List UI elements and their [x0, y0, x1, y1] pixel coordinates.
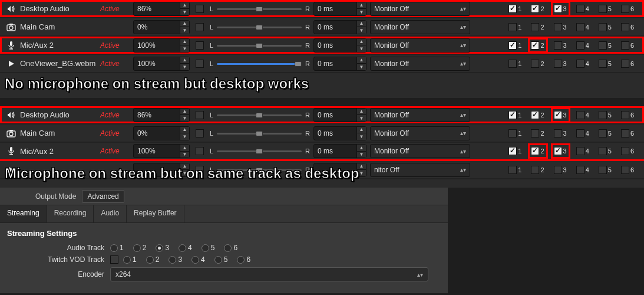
track-checkbox-2[interactable]	[531, 129, 539, 137]
track-checkbox-3[interactable]	[554, 147, 562, 155]
balance-slider[interactable]: L R	[210, 5, 310, 13]
vod-track-option-1[interactable]: 1	[123, 255, 137, 264]
track-checkbox-2[interactable]	[531, 23, 539, 31]
track-checkbox-2[interactable]	[531, 147, 539, 155]
audio-track-option-5[interactable]: 5	[202, 244, 215, 252]
tab-recording[interactable]: Recording	[47, 205, 94, 222]
track-6[interactable]: 6	[621, 23, 634, 31]
volume-input[interactable]: 86% ▲▼	[133, 108, 190, 122]
track-2[interactable]: 2	[531, 5, 544, 13]
spinner[interactable]: ▲▼	[356, 127, 366, 140]
spinner[interactable]: ▲▼	[356, 57, 366, 70]
track-checkbox-6[interactable]	[621, 60, 629, 68]
track-1[interactable]: 1	[508, 147, 521, 155]
track-checkbox-5[interactable]	[599, 41, 607, 50]
audio-track-option-1[interactable]: 1	[110, 244, 124, 252]
track-checkbox-5[interactable]	[599, 60, 607, 68]
spin-down-icon[interactable]: ▼	[357, 45, 366, 52]
spin-down-icon[interactable]: ▼	[180, 152, 189, 158]
tab-replay-buffer[interactable]: Replay Buffer	[127, 205, 184, 222]
track-checkbox-3[interactable]	[554, 111, 562, 119]
spin-up-icon[interactable]: ▲	[180, 109, 189, 116]
mono-checkbox[interactable]	[196, 129, 204, 137]
spinner[interactable]: ▲▼	[180, 2, 189, 15]
monitor-dropdown[interactable]: Monitor Off ▴▾	[370, 57, 470, 71]
track-checkbox-6[interactable]	[621, 129, 629, 137]
spin-up-icon[interactable]: ▲	[357, 39, 366, 46]
track-5[interactable]: 5	[599, 41, 612, 50]
spin-down-icon[interactable]: ▼	[180, 115, 189, 122]
slider[interactable]	[217, 147, 302, 155]
track-checkbox-2[interactable]	[531, 41, 539, 50]
track-3[interactable]: 3	[554, 111, 567, 119]
spinner[interactable]: ▲▼	[356, 39, 366, 52]
spinner[interactable]: ▲▼	[180, 127, 189, 140]
volume-input[interactable]: 100% ▲▼	[133, 57, 190, 71]
mono-checkbox[interactable]	[196, 147, 204, 155]
track-checkbox-5[interactable]	[599, 23, 607, 31]
spinner[interactable]: ▲▼	[356, 145, 366, 158]
spin-down-icon[interactable]: ▼	[180, 64, 189, 70]
volume-input[interactable]: 0% ▲▼	[133, 20, 190, 34]
sync-offset-input[interactable]: 0 ms ▲▼	[313, 144, 366, 158]
spin-up-icon[interactable]: ▲	[357, 2, 366, 9]
spin-up-icon[interactable]: ▲	[357, 145, 366, 152]
radio[interactable]	[169, 256, 176, 264]
track-3[interactable]: 3	[554, 23, 567, 31]
balance-slider[interactable]: L R	[210, 60, 310, 68]
sync-offset-input[interactable]: 0 ms ▲▼	[313, 38, 366, 53]
track-checkbox-3[interactable]	[554, 41, 562, 50]
track-5[interactable]: 5	[599, 111, 612, 119]
audio-track-option-3[interactable]: 3	[156, 244, 169, 252]
vod-track-option-2[interactable]: 2	[146, 255, 160, 264]
track-1[interactable]: 1	[508, 129, 521, 137]
spinner[interactable]: ▲▼	[356, 2, 366, 15]
mono-checkbox[interactable]	[196, 60, 204, 68]
track-4[interactable]: 4	[576, 41, 589, 50]
track-6[interactable]: 6	[621, 129, 634, 137]
spinner[interactable]: ▲▼	[180, 39, 189, 52]
track-5[interactable]: 5	[599, 60, 612, 68]
volume-input[interactable]: 86% ▲▼	[133, 2, 190, 16]
spin-up-icon[interactable]: ▲	[357, 21, 366, 28]
radio[interactable]	[214, 256, 222, 264]
spin-down-icon[interactable]: ▼	[357, 27, 366, 34]
radio[interactable]	[191, 256, 199, 264]
sync-offset-input[interactable]: 0 ms ▲▼	[313, 2, 366, 16]
track-checkbox-6[interactable]	[621, 147, 629, 155]
track-2[interactable]: 2	[531, 60, 544, 68]
track-checkbox-2[interactable]	[531, 60, 539, 68]
spinner[interactable]: ▲▼	[180, 109, 189, 122]
track-5[interactable]: 5	[599, 23, 612, 31]
volume-input[interactable]: 100% ▲▼	[133, 38, 190, 53]
spin-up-icon[interactable]: ▲	[357, 127, 366, 134]
vod-track-option-3[interactable]: 3	[169, 255, 182, 264]
vod-track-option-6[interactable]: 6	[237, 255, 250, 264]
slider[interactable]	[217, 60, 302, 68]
output-mode-dropdown[interactable]: Advanced	[82, 190, 124, 203]
track-checkbox-4[interactable]	[576, 111, 584, 119]
spin-down-icon[interactable]: ▼	[180, 133, 189, 140]
track-checkbox-1[interactable]	[508, 111, 517, 119]
volume-input[interactable]: 100% ▲▼	[133, 144, 190, 158]
spinner[interactable]: ▲▼	[180, 57, 189, 70]
track-checkbox-4[interactable]	[576, 23, 584, 31]
track-2[interactable]: 2	[531, 23, 544, 31]
balance-slider[interactable]: L R	[210, 23, 310, 31]
spin-up-icon[interactable]: ▲	[180, 39, 189, 46]
spin-down-icon[interactable]: ▼	[357, 9, 366, 15]
spin-down-icon[interactable]: ▼	[180, 9, 189, 15]
track-checkbox-1[interactable]	[508, 23, 517, 31]
track-2[interactable]: 2	[531, 41, 544, 50]
track-checkbox-6[interactable]	[621, 41, 629, 50]
track-6[interactable]: 6	[621, 111, 634, 119]
slider[interactable]	[217, 111, 302, 119]
track-3[interactable]: 3	[554, 60, 567, 68]
track-checkbox-4[interactable]	[576, 60, 584, 68]
vod-track-option-4[interactable]: 4	[191, 255, 205, 264]
track-2[interactable]: 2	[531, 129, 544, 137]
track-checkbox-1[interactable]	[508, 5, 517, 13]
track-checkbox-5[interactable]	[599, 5, 607, 13]
spinner[interactable]: ▲▼	[180, 145, 189, 158]
mono-checkbox[interactable]	[196, 23, 204, 31]
